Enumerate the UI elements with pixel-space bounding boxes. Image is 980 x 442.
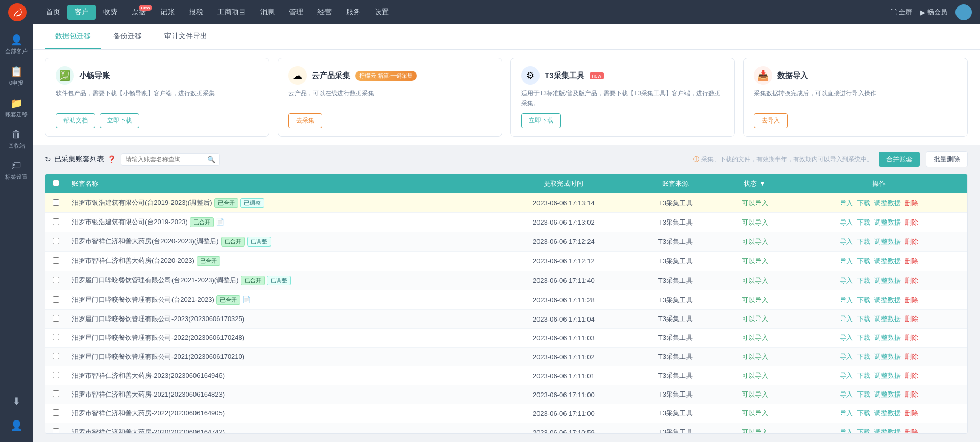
fullscreen-btn[interactable]: ⛶ 全屏 xyxy=(890,8,912,17)
row-checkbox[interactable] xyxy=(53,428,59,434)
row-action-删除[interactable]: 删除 xyxy=(905,390,918,398)
row-action-调整数据[interactable]: 调整数据 xyxy=(874,409,901,417)
tab-audit-export[interactable]: 审计文件导出 xyxy=(154,24,217,49)
nav-customers[interactable]: 客户 xyxy=(67,5,96,20)
row-action-删除[interactable]: 删除 xyxy=(905,315,918,323)
sidebar-item-download[interactable]: ⬇ xyxy=(10,390,23,414)
row-action-导入[interactable]: 导入 xyxy=(840,218,853,226)
logo[interactable] xyxy=(8,3,27,21)
user-avatar[interactable] xyxy=(955,4,972,20)
nav-billing[interactable]: 收费 xyxy=(96,5,125,20)
sidebar-item-zero-report[interactable]: 📋 0申报 xyxy=(0,60,33,92)
row-action-删除[interactable]: 删除 xyxy=(905,277,918,284)
row-action-下载[interactable]: 下载 xyxy=(857,296,870,304)
sidebar-item-user-profile[interactable]: 👤 xyxy=(10,414,23,438)
row-action-下载[interactable]: 下载 xyxy=(857,199,870,207)
row-action-调整数据[interactable]: 调整数据 xyxy=(874,315,901,323)
row-file-icon[interactable]: 📄 xyxy=(242,296,251,303)
sidebar-item-tag-settings[interactable]: 🏷 标签设置 xyxy=(0,155,33,186)
row-checkbox[interactable] xyxy=(53,277,59,283)
row-action-调整数据[interactable]: 调整数据 xyxy=(874,238,901,245)
xiaochangdao-download-btn[interactable]: 立即下载 xyxy=(100,113,139,128)
row-checkbox[interactable] xyxy=(53,257,59,264)
row-checkbox[interactable] xyxy=(53,238,59,244)
sidebar-item-all-customers[interactable]: 👤 全部客户 xyxy=(0,29,33,60)
row-action-调整数据[interactable]: 调整数据 xyxy=(874,257,901,265)
row-checkbox[interactable] xyxy=(53,390,59,397)
nav-tax[interactable]: 报税 xyxy=(182,5,210,20)
row-checkbox[interactable] xyxy=(53,218,59,225)
yuncp-collect-btn[interactable]: 去采集 xyxy=(288,113,322,128)
row-action-导入[interactable]: 导入 xyxy=(840,315,853,323)
tab-backup-migration[interactable]: 备份迁移 xyxy=(103,24,152,49)
row-action-调整数据[interactable]: 调整数据 xyxy=(874,296,901,304)
row-file-icon[interactable]: 📄 xyxy=(216,218,224,226)
row-action-下载[interactable]: 下载 xyxy=(857,353,870,360)
search-input[interactable] xyxy=(126,156,207,163)
row-checkbox[interactable] xyxy=(53,199,59,206)
row-action-下载[interactable]: 下载 xyxy=(857,315,870,323)
search-icon[interactable]: 🔍 xyxy=(207,156,215,163)
row-action-导入[interactable]: 导入 xyxy=(840,428,853,434)
tab-data-migration[interactable]: 数据包迁移 xyxy=(45,24,101,49)
row-action-删除[interactable]: 删除 xyxy=(905,409,918,417)
row-action-删除[interactable]: 删除 xyxy=(905,238,918,245)
row-checkbox[interactable] xyxy=(53,372,59,378)
row-action-导入[interactable]: 导入 xyxy=(840,238,853,245)
row-action-下载[interactable]: 下载 xyxy=(857,409,870,417)
t3tool-download-btn[interactable]: 立即下载 xyxy=(521,113,561,128)
row-action-导入[interactable]: 导入 xyxy=(840,257,853,265)
nav-service[interactable]: 服务 xyxy=(339,5,368,20)
row-checkbox[interactable] xyxy=(53,334,59,340)
sidebar-item-account-migrate[interactable]: 📁 账套迁移 xyxy=(0,92,33,124)
row-action-删除[interactable]: 删除 xyxy=(905,428,918,434)
row-action-调整数据[interactable]: 调整数据 xyxy=(874,353,901,360)
row-action-下载[interactable]: 下载 xyxy=(857,334,870,341)
select-all-checkbox[interactable] xyxy=(53,180,59,186)
row-action-导入[interactable]: 导入 xyxy=(840,296,853,304)
row-checkbox[interactable] xyxy=(53,315,59,322)
row-action-删除[interactable]: 删除 xyxy=(905,218,918,226)
nav-settings[interactable]: 设置 xyxy=(368,5,396,20)
sidebar-item-trash[interactable]: 🗑 回收站 xyxy=(0,124,33,155)
nav-message[interactable]: 消息 xyxy=(253,5,282,20)
row-action-删除[interactable]: 删除 xyxy=(905,257,918,265)
row-checkbox[interactable] xyxy=(53,409,59,416)
row-action-导入[interactable]: 导入 xyxy=(840,409,853,417)
row-action-删除[interactable]: 删除 xyxy=(905,372,918,379)
row-action-调整数据[interactable]: 调整数据 xyxy=(874,372,901,379)
row-action-删除[interactable]: 删除 xyxy=(905,199,918,207)
row-action-下载[interactable]: 下载 xyxy=(857,257,870,265)
row-action-调整数据[interactable]: 调整数据 xyxy=(874,277,901,284)
bulk-delete-btn[interactable]: 批量删除 xyxy=(926,151,968,167)
row-action-下载[interactable]: 下载 xyxy=(857,238,870,245)
vip-btn[interactable]: ▶ 畅会员 xyxy=(920,8,947,17)
row-action-调整数据[interactable]: 调整数据 xyxy=(874,334,901,341)
row-action-导入[interactable]: 导入 xyxy=(840,277,853,284)
dataimport-go-btn[interactable]: 去导入 xyxy=(754,113,788,128)
row-action-导入[interactable]: 导入 xyxy=(840,199,853,207)
nav-manage[interactable]: 管理 xyxy=(282,5,310,20)
row-checkbox[interactable] xyxy=(53,353,59,359)
nav-home[interactable]: 首页 xyxy=(39,5,67,20)
row-action-调整数据[interactable]: 调整数据 xyxy=(874,390,901,398)
row-action-调整数据[interactable]: 调整数据 xyxy=(874,218,901,226)
row-action-导入[interactable]: 导入 xyxy=(840,334,853,341)
row-action-下载[interactable]: 下载 xyxy=(857,428,870,434)
row-checkbox[interactable] xyxy=(53,296,59,303)
list-help-icon[interactable]: ❓ xyxy=(107,155,116,163)
row-action-调整数据[interactable]: 调整数据 xyxy=(874,199,901,207)
row-action-导入[interactable]: 导入 xyxy=(840,372,853,379)
row-action-下载[interactable]: 下载 xyxy=(857,372,870,379)
merge-accounts-btn[interactable]: 合并账套 xyxy=(879,152,920,167)
row-action-删除[interactable]: 删除 xyxy=(905,296,918,304)
row-action-删除[interactable]: 删除 xyxy=(905,334,918,341)
row-action-调整数据[interactable]: 调整数据 xyxy=(874,428,901,434)
nav-bookkeeping[interactable]: 记账 xyxy=(153,5,182,20)
row-action-删除[interactable]: 删除 xyxy=(905,353,918,360)
nav-operation[interactable]: 经营 xyxy=(310,5,339,20)
row-action-下载[interactable]: 下载 xyxy=(857,218,870,226)
row-action-导入[interactable]: 导入 xyxy=(840,353,853,360)
refresh-icon[interactable]: ↻ xyxy=(45,155,51,163)
row-action-导入[interactable]: 导入 xyxy=(840,390,853,398)
